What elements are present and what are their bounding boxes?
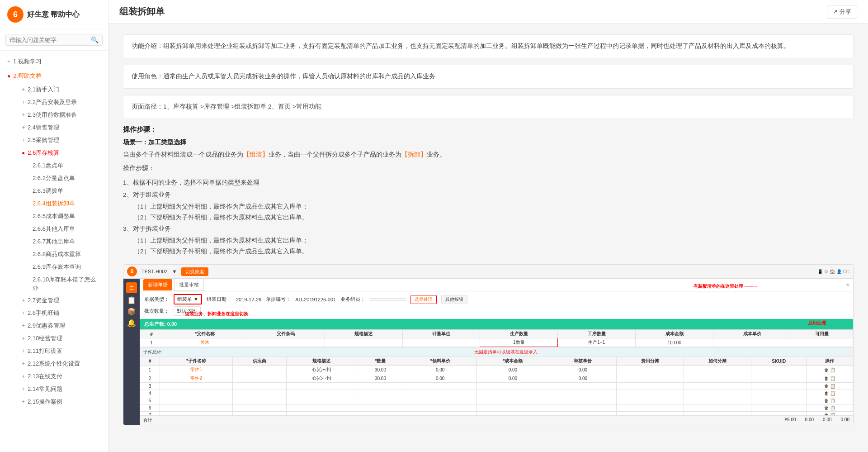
- sidebar-item-21[interactable]: + 2.1新手入门: [11, 83, 108, 96]
- mock-left-nav: ☰ 📋 📦 🔔: [123, 279, 140, 425]
- sidebar-item-263[interactable]: 2.6.3调拨单: [22, 185, 108, 197]
- sidebar-item-261[interactable]: 2.6.1盘点单: [22, 159, 108, 172]
- search-input[interactable]: [9, 37, 91, 43]
- nav-sub-docs: + 2.1新手入门 + 2.2产品安装及登录 + 2.3使用前数据准备 + 2.…: [0, 83, 108, 408]
- mock-nav-icon: ☰: [126, 282, 137, 293]
- sub-step-2-1: （1）上部明细为父件明细，最终作为产成品生成其它入库单；: [134, 201, 854, 212]
- sidebar-item-24[interactable]: + 2.4销售管理: [11, 121, 108, 134]
- share-button[interactable]: ↗ 分享: [827, 5, 857, 19]
- mock-main: ☰ 📋 📦 🔔 新增单据 批量审核 ✕: [123, 279, 853, 425]
- mock-icons: 📱 ⚙ 🏠 👤 CC: [817, 269, 849, 274]
- mock-child-row-3: 3: [140, 383, 853, 390]
- sub-step-2-2: （2）下部明细为子件明细，最终作为原材料生成其它出库单。: [134, 212, 854, 223]
- mock-nav-icon2: 📋: [127, 296, 136, 305]
- sidebar-item-268[interactable]: 2.6.8商品成本重算: [22, 248, 108, 261]
- content-area: 功能介绍：组装拆卸单用来处理企业组装或拆卸等加工业务，支持有固定装配清单的产品加…: [108, 24, 868, 452]
- sidebar-item-213[interactable]: + 2.13在线支付: [11, 370, 108, 383]
- mock-th-4: 规格描述: [325, 330, 402, 338]
- mock-dropdown-icon: ▼: [172, 269, 177, 274]
- sidebar: 6 好生意 帮助中心 🔍 + 1.视频学习 ● 2.帮助文档 + 2.1新手入门…: [0, 0, 108, 452]
- sidebar-item-27[interactable]: + 2.7资金管理: [11, 294, 108, 307]
- mock-section-header: 总生产数: 0.00 组装业务、拆卸业务在这里切换 启用处理: [140, 319, 853, 329]
- ops-section: 操作步骤： 场景一：加工类型选择 当由多个子件材料组装成一个成品的业务为【组装】…: [123, 125, 854, 426]
- sidebar-item-212[interactable]: + 2.12系统个性化设置: [11, 357, 108, 370]
- mock-sub-th: *领料单价: [404, 357, 476, 366]
- sidebar-item-211[interactable]: + 2.11打印设置: [11, 345, 108, 357]
- sidebar-item-214[interactable]: + 2.14常见问题: [11, 383, 108, 395]
- sidebar-item-215[interactable]: + 2.15操作案例: [11, 395, 108, 408]
- step-2: 2、对于组装业务: [123, 190, 854, 200]
- mock-total-3: 0.00: [823, 417, 831, 423]
- sidebar-item-25[interactable]: + 2.5采购管理: [11, 134, 108, 147]
- step-1: 1、根据不同的业务，选择不同单据的类型来处理: [123, 177, 854, 188]
- sidebar-item-266[interactable]: 2.6.6其他入库单: [22, 223, 108, 235]
- sidebar-item-262[interactable]: 2.6.2分量盘点单: [22, 172, 108, 185]
- sidebar-item-23[interactable]: + 2.3使用前数据准备: [11, 109, 108, 121]
- mock-child-row-5: 5: [140, 397, 853, 404]
- mock-child-row-4: 4: [140, 390, 853, 397]
- mock-th-5: 计量单位: [402, 330, 480, 338]
- mock-sub-th: 操作: [807, 357, 853, 366]
- plus-icon: +: [22, 310, 25, 316]
- mock-label-type: 单据类型：: [144, 296, 169, 303]
- plus-icon: +: [22, 137, 25, 143]
- mock-th-6: 生产数量: [480, 330, 558, 338]
- mock-child-table: # *子件名称 供应商 规格描述 *数量 *领料单价 *成本金额 审核单价: [140, 357, 853, 415]
- scenario1-title: 场景一：加工类型选择: [123, 138, 854, 147]
- plus-icon: +: [22, 373, 25, 380]
- sidebar-item-210[interactable]: + 2.10经营管理: [11, 332, 108, 345]
- plus-icon: +: [22, 386, 25, 392]
- mock-form-row2: 批次数量： 默认:3批: [144, 306, 849, 316]
- share-icon: ↗: [833, 8, 838, 15]
- sidebar-item-26[interactable]: ● 2.6库存核算: [11, 147, 108, 159]
- mock-label-billno: 单据编号：: [266, 296, 291, 303]
- mock-sub-th: 规格描述: [286, 357, 357, 366]
- sidebar-item-video[interactable]: + 1.视频学习: [0, 54, 108, 69]
- mock-label-qty: 批次数量：: [144, 308, 169, 314]
- info-block-role: 使用角色：通常由生产人员或库管人员完成拆装业务的操作，库管人员确认原材料的出库和…: [123, 65, 854, 89]
- mock-cell: [402, 338, 480, 347]
- mock-lower-header: 子件总计: 无固定清单可以组装在这里录入: [140, 347, 853, 357]
- mock-cell: [325, 338, 402, 347]
- mock-app-topbar: 6 TEST-H002 ▼ 切换账套 📱 ⚙ 🏠 👤 CC: [123, 265, 853, 279]
- mock-sub-th: #: [140, 357, 160, 366]
- mock-th-2: *父件名称: [163, 330, 247, 338]
- plus-icon: +: [22, 99, 25, 105]
- sidebar-item-29[interactable]: + 2.9优惠券管理: [11, 319, 108, 332]
- search-box[interactable]: 🔍: [5, 34, 103, 46]
- mock-sub-th: 费用分摊: [617, 357, 684, 366]
- ops-steps-title: 操作步骤：: [123, 163, 854, 174]
- mock-cell: 1数量: [480, 338, 558, 347]
- mock-th-1: #: [140, 330, 163, 338]
- mock-child-row-1: 1 零件1 心(心+小) 30.00 0.00 0.00 0.00: [140, 366, 853, 374]
- annotation-3: 启用处理: [808, 320, 826, 326]
- mock-sub-th: SKUID: [751, 357, 807, 366]
- sidebar-item-264[interactable]: 2.6.4组装拆卸单: [22, 197, 108, 210]
- mock-total-label: 子件总计:: [143, 349, 163, 355]
- sidebar-item-22[interactable]: + 2.2产品安装及登录: [11, 96, 108, 109]
- mock-th-8: 成本金额: [636, 330, 713, 338]
- mock-th-7: 工序数量: [558, 330, 636, 338]
- mock-cell: [247, 338, 325, 347]
- sidebar-item-2610[interactable]: 2.6.10库存账本错了怎么办: [22, 273, 108, 294]
- mock-footer-values: ¥9.00 0.00 0.00 0.00: [785, 417, 849, 423]
- scenario1-desc: 当由多个子件材料组装成一个成品的业务为【组装】业务，当由一个父件拆分成多个子产品…: [123, 149, 854, 160]
- mock-parent-table: # *父件名称 父件条码 规格描述 计量单位 生产数量 工序数量 成本金额: [140, 329, 853, 347]
- sidebar-item-267[interactable]: 2.6.7其他出库单: [22, 235, 108, 248]
- mock-logo: 6: [127, 266, 137, 276]
- mock-total-4: 0.00: [841, 417, 849, 423]
- mock-child-row-2: 2 零件2 心(心+小) 30.00 0.00 0.00 0.00: [140, 374, 853, 383]
- mock-form-row: 单据类型： 组装单 ▼ 组装日期： 2019-12-26 单据编号： AD-20…: [144, 294, 849, 305]
- step-3: 3、对于拆装业务: [123, 224, 854, 234]
- sidebar-item-269[interactable]: 2.6.9库存账本查询: [22, 261, 108, 273]
- sub-steps-3: （1）上部明细为父件明细，最终作为原材料生成其它出库单； （2）下部明细为子件明…: [123, 235, 854, 257]
- steps-list: 1、根据不同的业务，选择不同单据的类型来处理 2、对于组装业务 （1）上部明细为…: [123, 177, 854, 257]
- sidebar-item-docs[interactable]: ● 2.帮助文档: [0, 69, 108, 83]
- mock-billno-val: AD-20191226-001: [295, 297, 336, 302]
- mock-sub-th: *成本金额: [476, 357, 549, 366]
- search-icon: 🔍: [91, 36, 99, 43]
- mock-child-row-6: 6: [140, 404, 853, 412]
- mock-sub-th: *数量: [357, 357, 404, 366]
- sidebar-item-28[interactable]: + 2.8手机旺铺: [11, 307, 108, 319]
- sidebar-item-265[interactable]: 2.6.5成本调整单: [22, 210, 108, 223]
